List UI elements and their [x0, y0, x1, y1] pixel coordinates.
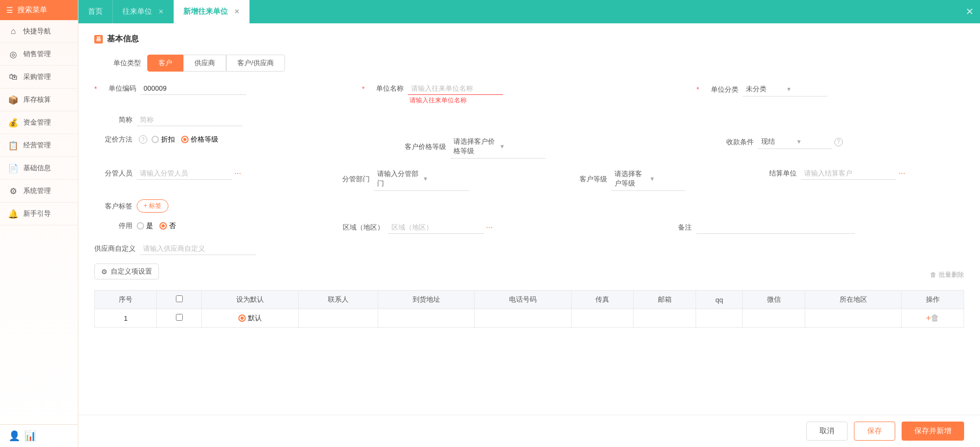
settlement-unit-input[interactable] [801, 167, 896, 180]
gear-icon: ⚙ [101, 268, 108, 276]
table-cell-0-3 [298, 309, 378, 328]
select-all-checkbox[interactable] [176, 295, 183, 302]
tab-home[interactable]: 首页 [78, 0, 113, 23]
table-col-6: 传真 [571, 291, 633, 309]
unit-type-btn-both[interactable]: 客户/供应商 [226, 55, 285, 72]
sidebar-item-inventory[interactable]: 📦库存核算 [0, 89, 78, 111]
disabled-label: 停用 [94, 221, 137, 231]
pricing-method-label: 定价方法 [94, 135, 137, 144]
table-cell-0-1 [157, 309, 202, 328]
radio-price-level[interactable]: 价格等级 [181, 135, 218, 144]
main-content: 首页往来单位✕新增往来单位✕ ✕ 基 基本信息 单位类型 客户供应商客户/供应商… [78, 0, 980, 447]
manager-input[interactable] [137, 167, 232, 180]
custom-settings-btn[interactable]: ⚙ 自定义项设置 [94, 264, 159, 279]
radio-no-label: 否 [169, 221, 176, 231]
row-shortname: 简称 [94, 113, 964, 126]
del-row-btn[interactable]: 🗑 [931, 313, 939, 323]
table-col-10: 所在地区 [805, 291, 901, 309]
tab-close-new-contact[interactable]: ✕ [234, 8, 239, 15]
row-checkbox[interactable] [176, 314, 183, 321]
tab-new-contact[interactable]: 新增往来单位✕ [174, 0, 250, 23]
table-col-1 [157, 291, 202, 309]
field-customer-tag: 客户标签 + 标签 [94, 199, 964, 213]
add-row-btn[interactable]: + [926, 313, 931, 323]
unit-name-input[interactable] [408, 82, 503, 95]
sidebar-label-purchase: 采购管理 [23, 72, 51, 82]
table-cell-0-10 [805, 309, 901, 328]
region-input[interactable] [388, 221, 484, 234]
payment-terms-select[interactable]: 现结 ▼ [758, 135, 832, 149]
radio-discount[interactable]: 折扣 [152, 135, 175, 144]
unit-type-btn-customer[interactable]: 客户 [147, 55, 183, 72]
sidebar-item-basic-info[interactable]: 📄基础信息 [0, 157, 78, 180]
region-more-btn[interactable]: ··· [486, 223, 493, 232]
unit-code-label: 单位编码 [98, 84, 140, 93]
table-col-7: 邮箱 [634, 291, 696, 309]
sidebar-item-system[interactable]: ⚙系统管理 [0, 180, 78, 203]
unit-type-btn-supplier[interactable]: 供应商 [183, 55, 226, 72]
sidebar-item-finance[interactable]: 💰资金管理 [0, 111, 78, 134]
sidebar: ☰ 搜索菜单 ⌂快捷导航◎销售管理🛍采购管理📦库存核算💰资金管理📋经营管理📄基础… [0, 0, 78, 447]
close-all-tabs[interactable]: ✕ [966, 6, 974, 17]
tab-contacts[interactable]: 往来单位✕ [113, 0, 174, 23]
table-cell-0-2: 默认 [202, 309, 298, 328]
manager-more-btn[interactable]: ··· [234, 169, 241, 178]
sidebar-label-finance: 资金管理 [23, 118, 51, 127]
custom-settings-label: 自定义项设置 [111, 267, 152, 276]
unit-category-label: 单位分类 [700, 85, 743, 94]
field-supplier-custom: 供应商自定义 [94, 242, 964, 255]
department-select[interactable]: 请输入分管部门 ▼ [374, 167, 469, 191]
table-col-8: qq [696, 291, 743, 309]
row-supplier-custom: 供应商自定义 [94, 242, 964, 255]
save-button[interactable]: 保存 [854, 422, 895, 441]
unit-category-select[interactable]: 未分类 ▼ [743, 82, 827, 97]
remarks-input[interactable] [696, 221, 855, 234]
question-icon-pricing[interactable]: ? [139, 135, 147, 144]
sidebar-label-system: 系统管理 [23, 186, 51, 196]
settlement-more-btn[interactable]: ··· [898, 169, 905, 178]
default-radio-cell[interactable]: 默认 [207, 313, 292, 323]
department-label: 分管部门 [332, 174, 374, 184]
cancel-button[interactable]: 取消 [806, 422, 848, 441]
customer-price-label: 客户价格等级 [405, 142, 450, 152]
table-col-11: 操作 [902, 291, 964, 309]
action-bar: 取消 保存 保存并新增 [78, 415, 980, 447]
field-unit-code: * 单位编码 [94, 82, 362, 95]
customer-level-select[interactable]: 请选择客户等级 ▼ [611, 167, 685, 191]
field-pricing-method: 定价方法 ? 折扣 价格等级 [94, 135, 405, 144]
field-shortname: 简称 [94, 113, 362, 126]
radio-no[interactable]: 否 [159, 221, 176, 231]
radio-yes[interactable]: 是 [137, 221, 153, 231]
sidebar-label-sales: 销售管理 [23, 49, 51, 59]
sidebar-item-quick-nav[interactable]: ⌂快捷导航 [0, 20, 78, 43]
add-tag-btn[interactable]: + 标签 [137, 199, 168, 213]
sidebar-item-sales[interactable]: ◎销售管理 [0, 43, 78, 66]
question-icon-payment[interactable]: ? [834, 138, 843, 146]
sidebar-icon-basic-info: 📄 [8, 163, 18, 173]
sidebar-item-operations[interactable]: 📋经营管理 [0, 134, 78, 157]
tab-label-new-contact: 新增往来单位 [183, 7, 228, 16]
sidebar-search[interactable]: ☰ 搜索菜单 [0, 0, 78, 20]
tab-close-contacts[interactable]: ✕ [158, 8, 164, 15]
table-cell-0-5 [475, 309, 571, 328]
radio-yes-label: 是 [146, 221, 153, 231]
sidebar-icon-system: ⚙ [8, 186, 18, 196]
table-section: ⚙ 自定义项设置 🗑 批量删除 序号设为默认联系人到货地址电话号码传真邮箱qq微… [94, 264, 964, 328]
search-icon: ☰ [6, 6, 13, 14]
save-new-button[interactable]: 保存并新增 [902, 422, 964, 441]
tab-label-contacts: 往来单位 [122, 7, 152, 16]
shortname-input[interactable] [137, 113, 243, 126]
customer-price-select[interactable]: 请选择客户价格等级 ▼ [450, 135, 546, 159]
chevron-down-icon-price: ▼ [499, 143, 542, 150]
row-pricing: 定价方法 ? 折扣 价格等级 客户价格等级 请选择客户价格等级 [94, 135, 964, 159]
sidebar-item-purchase[interactable]: 🛍采购管理 [0, 66, 78, 89]
sidebar-icon-operations: 📋 [8, 141, 18, 150]
batch-delete-btn[interactable]: 🗑 批量删除 [930, 270, 964, 279]
table-header: 序号设为默认联系人到货地址电话号码传真邮箱qq微信所在地区操作 [95, 291, 964, 309]
supplier-custom-input[interactable] [140, 242, 256, 255]
table-col-4: 到货地址 [378, 291, 474, 309]
unit-code-input[interactable] [140, 82, 246, 95]
sidebar-item-guide[interactable]: 🔔新手引导 [0, 203, 78, 225]
customer-level-placeholder: 请选择客户等级 [614, 169, 647, 188]
payment-terms-label: 收款条件 [716, 137, 758, 147]
